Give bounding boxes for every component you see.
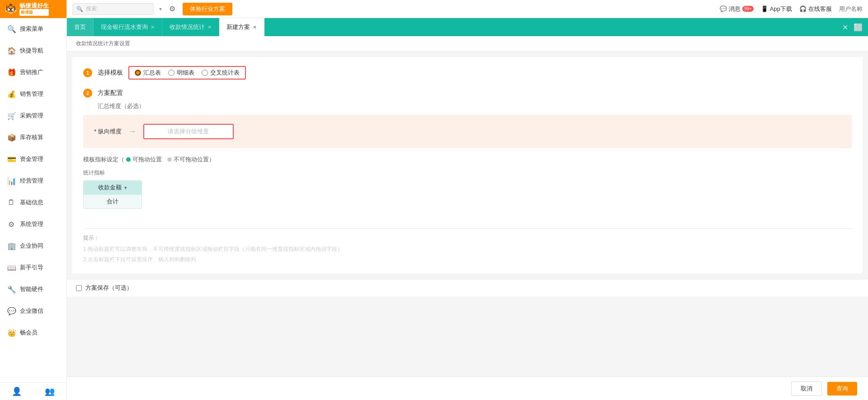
sidebar-item-label: 新手引导 xyxy=(20,264,43,272)
notifications-badge: 99+ xyxy=(742,6,754,12)
radio-summary-input[interactable] xyxy=(135,70,141,76)
dim-arrow-icon: → xyxy=(129,127,136,136)
tab-receipt-stats[interactable]: 收款情况统计 ✕ xyxy=(162,18,219,36)
tips-item-1: 1.拖动标题栏可以调整布局，不可跨维度或指标区域拖动栏目字段（只能在同一维度或指… xyxy=(83,245,852,253)
sidebar-item-label: 经营管理 xyxy=(20,177,43,185)
tab-new-plan[interactable]: 新建方案 ✕ xyxy=(219,18,264,36)
plan-save-row: 方案保存（可选） xyxy=(67,279,868,296)
notifications-btn[interactable]: 💬 消息 99+ xyxy=(720,5,754,13)
bell-icon: 💬 xyxy=(720,5,727,12)
tab-new-plan-close-icon[interactable]: ✕ xyxy=(253,24,257,30)
sidebar-item-enterprise[interactable]: 🏢 企业协同 xyxy=(0,235,66,257)
doc-icon: 🗒 xyxy=(7,198,15,207)
maximize-icon[interactable]: ⬜ xyxy=(854,23,863,32)
query-button[interactable]: 查询 xyxy=(827,382,857,395)
non-draggable-toggle-dot xyxy=(167,157,172,162)
footer-bar: 取消 查询 xyxy=(67,376,868,400)
sidebar-item-basic-info[interactable]: 🗒 基础信息 xyxy=(0,192,66,213)
page-content: 收款情况统计方案设置 1 选择模板 汇总表 明细表 xyxy=(67,36,868,376)
sidebar-bottom: 👤 👥 xyxy=(0,382,66,400)
search-box: 🔍 搜索 xyxy=(72,3,154,15)
dim-select-box[interactable]: 请选择分组维度 xyxy=(143,124,234,139)
tab-receipt-stats-close-icon[interactable]: ✕ xyxy=(208,24,212,30)
sidebar-item-label: 企业协同 xyxy=(20,242,43,250)
window-controls: ✕ ⬜ xyxy=(837,18,868,36)
sidebar-item-member[interactable]: 👑 畅会员 xyxy=(0,322,66,344)
metrics-config-label-text: 模板指标设定（ xyxy=(83,155,124,164)
step1-row: 1 选择模板 汇总表 明细表 交叉统计表 xyxy=(83,66,852,80)
radio-detail-input[interactable] xyxy=(168,70,175,76)
metrics-section: 统计指标 收款金额 ▾ 合计 xyxy=(83,169,852,210)
sidebar-item-label: 智能硬件 xyxy=(20,285,43,293)
sidebar-item-label: 销售管理 xyxy=(20,90,43,98)
sidebar-item-quick-nav[interactable]: 🏠 快捷导航 xyxy=(0,40,66,61)
chart-icon: 📊 xyxy=(7,177,15,185)
metrics-header-dropdown-icon[interactable]: ▾ xyxy=(124,185,127,191)
sidebar-bottom-avatar1[interactable]: 👤 xyxy=(12,386,22,396)
plan-save-label: 方案保存（可选） xyxy=(85,284,132,292)
metrics-config-row: 模板指标设定（ 可拖动位置 不可拖动位置） xyxy=(83,155,852,164)
sidebar-item-guide[interactable]: 📖 新手引导 xyxy=(0,257,66,278)
tips-area: 提示： 1.拖动标题栏可以调整布局，不可跨维度或指标区域拖动栏目字段（只能在同一… xyxy=(83,217,852,264)
radio-detail[interactable]: 明细表 xyxy=(168,69,194,77)
settings-gear-icon[interactable]: ⚙ xyxy=(167,3,177,15)
draggable-toggle-dot xyxy=(126,157,131,162)
tab-home-label: 首页 xyxy=(74,23,86,31)
gift-icon: 🎁 xyxy=(7,68,15,77)
book-icon: 📖 xyxy=(7,264,15,272)
sidebar-item-label: 畅会员 xyxy=(20,329,38,337)
tab-bank-flow-close-icon[interactable]: ✕ xyxy=(151,24,155,30)
sidebar-item-marketing[interactable]: 🎁 营销推广 xyxy=(0,61,66,83)
sidebar-item-search-menu[interactable]: 🔍 搜索菜单 xyxy=(0,18,66,40)
dropdown-arrow-icon[interactable]: ▾ xyxy=(159,6,162,12)
support-label: 在线客服 xyxy=(808,5,832,13)
step1-label: 选择模板 xyxy=(98,69,123,77)
sub-content: 收款情况统计方案设置 1 选择模板 汇总表 明细表 xyxy=(67,36,868,400)
sidebar-item-operations[interactable]: 📊 经营管理 xyxy=(0,170,66,192)
logo-badge: 标准版 xyxy=(19,9,49,16)
users-icon: 👥 xyxy=(45,386,55,396)
tab-receipt-stats-label: 收款情况统计 xyxy=(170,23,205,31)
sidebar-item-finance[interactable]: 💳 资金管理 xyxy=(0,148,66,170)
plan-save-checkbox[interactable] xyxy=(76,285,82,291)
app-download-btn[interactable]: 📱 App下载 xyxy=(761,5,792,13)
tab-bank-flow[interactable]: 现金银行流水查询 ✕ xyxy=(94,18,162,36)
template-select-area: 汇总表 明细表 交叉统计表 xyxy=(128,66,246,80)
sidebar-item-label: 快捷导航 xyxy=(20,47,43,55)
dim-row: * 纵向维度 → 请选择分组维度 xyxy=(94,124,841,139)
radio-cross[interactable]: 交叉统计表 xyxy=(202,69,240,77)
tips-item-2: 2.点击标题栏下拉可设置排序、插入列和删除列 xyxy=(83,256,852,264)
metrics-table-cell: 合计 xyxy=(84,194,142,208)
cart-icon: 🛒 xyxy=(7,112,15,120)
sidebar-item-sales[interactable]: 💰 销售管理 xyxy=(0,83,66,105)
user-icon: 👤 xyxy=(12,386,22,396)
draggable-label-text: 可拖动位置 xyxy=(132,155,162,164)
metrics-table-header: 收款金额 ▾ xyxy=(84,181,142,194)
radio-cross-label: 交叉统计表 xyxy=(210,69,240,77)
sidebar-item-system[interactable]: ⚙ 系统管理 xyxy=(0,213,66,235)
tab-new-plan-label: 新建方案 xyxy=(226,23,250,31)
main-area: 🔍 搜索 ▾ ⚙ 体验行业方案 💬 消息 99+ 📱 App下载 🎧 在线客服 … xyxy=(67,0,868,400)
sidebar-item-label: 资金管理 xyxy=(20,155,43,163)
tab-bank-flow-label: 现金银行流水查询 xyxy=(101,23,148,31)
radio-cross-input[interactable] xyxy=(202,70,208,76)
headset-icon: 🎧 xyxy=(799,5,807,12)
sidebar-item-purchase[interactable]: 🛒 采购管理 xyxy=(0,105,66,127)
box-icon: 📦 xyxy=(7,133,15,142)
support-btn[interactable]: 🎧 在线客服 xyxy=(799,5,832,13)
cancel-button[interactable]: 取消 xyxy=(791,381,822,396)
search-menu-icon: 🔍 xyxy=(7,25,15,33)
search-placeholder-text: 搜索 xyxy=(86,5,97,13)
radio-detail-label: 明细表 xyxy=(177,69,194,77)
topbar: 🔍 搜索 ▾ ⚙ 体验行业方案 💬 消息 99+ 📱 App下载 🎧 在线客服 … xyxy=(67,0,868,18)
close-window-icon[interactable]: ✕ xyxy=(842,23,848,32)
sidebar-item-hardware[interactable]: 🔧 智能硬件 xyxy=(0,278,66,300)
trial-btn[interactable]: 体验行业方案 xyxy=(183,3,232,15)
radio-summary[interactable]: 汇总表 xyxy=(135,69,161,77)
sidebar-item-wechat[interactable]: 💬 企业微信 xyxy=(0,300,66,322)
tab-home[interactable]: 首页 xyxy=(67,18,94,36)
sidebar-item-inventory[interactable]: 📦 库存核算 xyxy=(0,127,66,148)
sidebar-bottom-avatar2[interactable]: 👥 xyxy=(45,386,55,396)
topbar-right: 💬 消息 99+ 📱 App下载 🎧 在线客服 用户名称 xyxy=(720,5,863,13)
metrics-header-text: 收款金额 xyxy=(98,184,122,192)
